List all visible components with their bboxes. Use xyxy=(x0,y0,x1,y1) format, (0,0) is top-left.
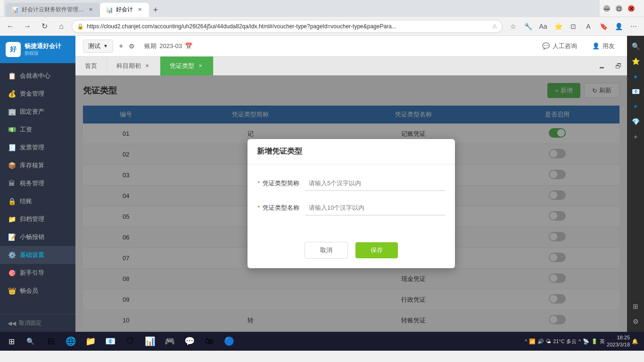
split-icon[interactable]: ⊡ xyxy=(567,20,580,33)
right-gem-icon[interactable]: 💎 xyxy=(629,115,642,128)
tab-minimize-button[interactable]: 🗕 xyxy=(593,57,610,75)
form-row-name: * 凭证类型名称 xyxy=(257,200,446,215)
right-outlook-icon[interactable]: 📧 xyxy=(629,85,642,98)
sidebar-item-salary[interactable]: 💵 工资 xyxy=(0,121,75,139)
field-name-input[interactable] xyxy=(305,200,446,215)
sidebar-item-inventory[interactable]: 📦 库存核算 xyxy=(0,156,75,174)
right-add-icon[interactable]: + xyxy=(629,130,642,143)
app-wrapper: 好 畅捷通好会计 旗舰版 📋 会就表中心 💰 资金管理 🏢 固定资产 💵 工资 xyxy=(0,36,644,332)
start-button[interactable]: ⊞ xyxy=(2,332,21,351)
taskbar-mail[interactable]: 📧 xyxy=(101,332,120,351)
taskbar-store[interactable]: 🛍 xyxy=(200,332,219,351)
clock-time: 18:25 xyxy=(607,334,630,341)
add-voucher-type-modal: 新增凭证类型 * 凭证类型简称 * 凭证类型名称 xyxy=(248,139,455,268)
tab-subject-close[interactable]: ✕ xyxy=(144,63,150,69)
taskbar-wechat[interactable]: 💬 xyxy=(180,332,199,351)
taskbar-pinned: ⊟ 🌐 📁 📧 🛡 📊 🎮 💬 🛍 🔵 xyxy=(41,332,239,351)
company-selector[interactable]: 测试 ▼ xyxy=(83,40,113,53)
browser-toolbar: ☆ 🔧 Aa ⭐ ⊡ A 🔖 👤 ⋯ xyxy=(506,20,640,33)
tab-voucher-type[interactable]: 凭证类型 ✕ xyxy=(160,57,214,75)
sidebar-item-report[interactable]: 📝 小畅报销 xyxy=(0,228,75,246)
right-sidebar: 🔍 ⭐ ● 📧 ✦ 💎 + ⊞ ⚙ xyxy=(627,36,644,332)
taskbar-edge[interactable]: 🔵 xyxy=(220,332,239,351)
url-bar[interactable]: 🔒 https://cloud2.chanjet.com/accounting/… xyxy=(72,20,503,33)
save-button[interactable]: 保存 xyxy=(355,242,398,258)
sidebar-item-guide[interactable]: 🎯 新手引导 xyxy=(0,264,75,282)
translate-icon[interactable]: A xyxy=(582,20,595,33)
sidebar-item-fixed[interactable]: 🏢 固定资产 xyxy=(0,103,75,121)
right-gear-icon[interactable]: ⚙ xyxy=(629,315,642,328)
tray-volume-icon: 🔊 xyxy=(537,338,544,345)
sidebar-item-archive[interactable]: 📁 归档管理 xyxy=(0,210,75,228)
sidebar-item-asset[interactable]: 💰 资金管理 xyxy=(0,85,75,103)
user-icon[interactable]: 👤 xyxy=(612,20,625,33)
dashboard-icon: 📋 xyxy=(8,72,16,80)
tray-chevron[interactable]: ^ xyxy=(525,338,527,344)
collections-icon[interactable]: 🔖 xyxy=(597,20,610,33)
settings-browser-icon[interactable]: ⋯ xyxy=(627,20,640,33)
favorites-icon[interactable]: ☆ xyxy=(506,20,520,33)
tab-controls: 🗕 🗗 xyxy=(593,57,627,75)
sidebar-item-close[interactable]: 🔒 结账 xyxy=(0,192,75,210)
minimize-button[interactable]: — xyxy=(603,5,610,12)
add-company-button[interactable]: + xyxy=(119,42,123,50)
cancel-button[interactable]: 取消 xyxy=(305,242,348,259)
right-circle-icon[interactable]: ● xyxy=(629,70,642,83)
field-short-input[interactable] xyxy=(305,176,446,191)
taskbar-office[interactable]: 📊 xyxy=(140,332,159,351)
extension1-icon[interactable]: 🔧 xyxy=(521,20,535,33)
tab-voucher-type-close[interactable]: ✕ xyxy=(197,63,204,69)
sidebar-item-member[interactable]: 👑 畅会员 xyxy=(0,282,75,300)
tray-wifi-icon: 📡 xyxy=(583,338,589,345)
browser-tab-1[interactable]: 📊 好会计云财务软件管理系统_会计 ✕ xyxy=(6,3,100,17)
notification-icon[interactable]: 🔔 xyxy=(632,338,638,345)
back-button[interactable]: ← xyxy=(4,20,17,33)
user-avatar-icon: 👤 xyxy=(592,42,600,49)
extension2-icon[interactable]: Aa xyxy=(537,20,550,33)
taskbar-clock[interactable]: 18:25 2023/3/18 xyxy=(607,334,630,349)
maximize-button[interactable]: □ xyxy=(616,5,622,12)
tab-home[interactable]: 首页 xyxy=(75,57,107,75)
close-window-button[interactable]: ✕ xyxy=(628,5,635,12)
field-short-label: * 凭证类型简称 xyxy=(257,179,299,188)
tab2-close[interactable]: ✕ xyxy=(136,6,143,14)
sidebar-item-tax[interactable]: 🏛 税务管理 xyxy=(0,174,75,192)
tray-network-icon: 📶 xyxy=(529,338,536,345)
form-row-short: * 凭证类型简称 xyxy=(257,176,446,191)
archive-icon: 📁 xyxy=(8,215,16,223)
taskbar-game[interactable]: 🎮 xyxy=(160,332,179,351)
tab1-close[interactable]: ✕ xyxy=(87,6,94,14)
taskbar-search[interactable]: 🔍 xyxy=(22,333,39,350)
extension3-icon[interactable]: ⭐ xyxy=(552,20,565,33)
tab-subject[interactable]: 科目期初 ✕ xyxy=(107,57,160,75)
sidebar-item-dashboard[interactable]: 📋 会就表中心 xyxy=(0,67,75,85)
right-search-icon[interactable]: 🔍 xyxy=(629,40,642,53)
right-grid-icon[interactable]: ⊞ xyxy=(629,300,642,313)
consult-label: 人工咨询 xyxy=(553,42,577,50)
right-copilot-icon[interactable]: ✦ xyxy=(629,100,642,113)
right-star-icon[interactable]: ⭐ xyxy=(629,55,642,68)
sidebar-item-settings[interactable]: ⚙️ 基础设置 xyxy=(0,246,75,264)
cancel-fixed-button[interactable]: ◀◀ 取消固定 xyxy=(0,314,75,332)
salary-icon: 💵 xyxy=(8,125,16,134)
consult-button[interactable]: 💬 人工咨询 xyxy=(537,40,582,52)
user-profile[interactable]: 👤 用友 xyxy=(587,40,619,52)
taskbar-task-view[interactable]: ⊟ xyxy=(41,332,60,351)
home-button[interactable]: ⌂ xyxy=(55,20,68,33)
taskbar-explorer[interactable]: 📁 xyxy=(81,332,100,351)
forward-button[interactable]: → xyxy=(21,20,34,33)
tray-chevron-up[interactable]: ^ xyxy=(578,338,581,344)
refresh-button[interactable]: ↻ xyxy=(38,20,51,33)
settings-header-icon[interactable]: ⚙ xyxy=(129,42,135,50)
tray-lang: 英 xyxy=(600,338,605,345)
tray-battery-icon: 🔋 xyxy=(591,338,598,345)
sidebar-item-invoice[interactable]: 🧾 发票管理 xyxy=(0,139,75,156)
browser-titlebar: 📊 好会计云财务软件管理系统_会计 ✕ 📊 好会计 ✕ + — □ ✕ xyxy=(0,0,644,17)
taskbar-defender[interactable]: 🛡 xyxy=(121,332,140,351)
report-icon: 📝 xyxy=(8,233,16,241)
taskbar-chrome[interactable]: 🌐 xyxy=(61,332,80,351)
new-tab-button[interactable]: + xyxy=(149,4,162,17)
browser-tab-2[interactable]: 📊 好会计 ✕ xyxy=(100,3,149,17)
field-name-text: 凭证类型名称 xyxy=(263,204,299,211)
tab-maximize-button[interactable]: 🗗 xyxy=(610,57,627,75)
